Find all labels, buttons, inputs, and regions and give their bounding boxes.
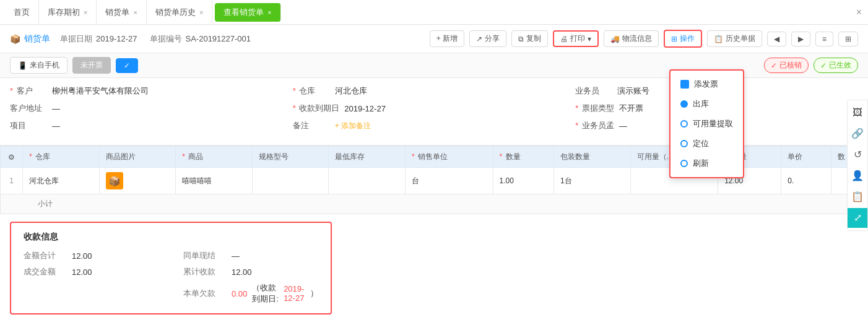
list-view-button[interactable]: ⊞ [838, 32, 858, 46]
locate-label: 定位 [693, 138, 709, 149]
share-button[interactable]: ↗ 分享 [469, 30, 506, 47]
sidebar-icon-image[interactable]: 🖼 [848, 103, 867, 123]
payment-section: 收款信息 金额合计 12.00 同单现结 — 成交金额 12.00 累计收款 1… [10, 222, 332, 315]
tab-home[interactable]: 首页 [5, 0, 39, 25]
row-image: 📦 [99, 168, 176, 194]
prev-button[interactable]: ◀ [767, 32, 786, 46]
payment-total-value: 12.00 [72, 251, 92, 261]
row-product: 嘻嘻嘻嘻 [176, 168, 253, 194]
row-unit: 台 [405, 168, 493, 194]
doc-num-value: SA-20191227-001 [186, 34, 251, 43]
dropdown-locate[interactable]: 定位 [671, 134, 743, 154]
sidebar-icon-expand[interactable]: ⤢ [848, 208, 867, 228]
new-button[interactable]: + 新增 [430, 30, 464, 47]
add-note-button[interactable]: + 添加备注 [335, 121, 371, 131]
doc-date-label: 单据日期 [60, 33, 92, 45]
warehouse-field: * 仓库 河北仓库 [293, 85, 576, 97]
product-image: 📦 [106, 172, 123, 189]
project-label: 项目 [10, 120, 47, 131]
doc-icon: 📦 [10, 34, 20, 44]
sold-status: ✓ 已核销 [764, 58, 809, 73]
sidebar-icon-refresh[interactable]: ↺ [848, 145, 867, 165]
sidebar-icon-link[interactable]: 🔗 [848, 124, 867, 144]
payment-deal-value: 12.00 [72, 267, 92, 277]
print-chevron: ▾ [588, 35, 591, 43]
check-button[interactable]: ✓ [116, 58, 138, 73]
grid-view-button[interactable]: ≡ [815, 32, 833, 46]
operation-icon: ⊞ [671, 35, 677, 43]
check-circle-icon: ✓ [771, 61, 777, 70]
add-invoice-icon [680, 80, 689, 89]
payment-owed-value: 0.00 [232, 289, 247, 298]
payment-total-label: 金额合计 [24, 250, 67, 261]
address-value: — [52, 104, 60, 113]
tab-inventory-close[interactable]: × [84, 9, 87, 16]
tab-view-sales[interactable]: 查看销货单 × [215, 3, 280, 22]
payment-owed-end: ） [310, 288, 318, 299]
due-date-label: * 收款到期日 [293, 103, 340, 114]
share-icon: ↗ [476, 35, 482, 43]
due-date-field: * 收款到期日 2019-12-27 [293, 103, 576, 114]
subtotal-row: 小计 [1, 194, 868, 214]
refresh-icon [680, 160, 688, 167]
window-close-button[interactable]: × [856, 7, 862, 18]
warehouse-value: 河北仓库 [335, 85, 367, 97]
operation-dropdown: 添发票 出库 可用量提取 定位 刷新 [669, 69, 744, 178]
logistics-button[interactable]: 🚚 物流信息 [604, 30, 659, 47]
tab-inventory[interactable]: 库存期初 × [39, 0, 97, 25]
tab-sales-label: 销货单 [105, 7, 129, 18]
dropdown-outbound[interactable]: 出库 [671, 94, 743, 114]
right-sidebar: 🖼 🔗 ↺ 👤 📋 ⤢ [847, 100, 868, 231]
add-invoice-label: 添发票 [694, 79, 718, 90]
col-min-stock: 最低库存 [329, 147, 406, 168]
payment-cumulative-value: 12.00 [232, 267, 252, 277]
dropdown-add-invoice[interactable]: 添发票 [671, 74, 743, 94]
tab-history[interactable]: 销货单历史 × [147, 0, 212, 25]
col-image: 商品图片 [99, 147, 176, 168]
payment-same-order-label: 同单现结 [183, 250, 227, 261]
tab-view-sales-close[interactable]: × [267, 9, 271, 16]
from-mobile-button[interactable]: 📱 来自手机 [10, 57, 67, 74]
address-label: 客户地址 [10, 103, 47, 114]
sidebar-icon-list[interactable]: 📋 [848, 187, 867, 207]
dropdown-refresh[interactable]: 刷新 [671, 154, 743, 173]
dropdown-available[interactable]: 可用量提取 [671, 114, 743, 134]
copy-button[interactable]: ⧉ 复制 [511, 30, 548, 47]
payment-deal-label: 成交金额 [24, 266, 67, 277]
ticket-type-value: 不开票 [619, 103, 643, 114]
row-min-stock [329, 168, 406, 194]
staff2-value: — [619, 121, 627, 131]
next-button[interactable]: ▶ [791, 32, 810, 46]
tab-sales-close[interactable]: × [133, 9, 137, 16]
plus-icon: + [335, 121, 339, 130]
tab-bar: 首页 库存期初 × 销货单 × 销货单历史 × 查看销货单 × × [0, 0, 868, 25]
operation-button[interactable]: ⊞ 操作 [664, 30, 702, 48]
refresh-label: 刷新 [693, 158, 709, 169]
history-button[interactable]: 📋 历史单据 [707, 30, 762, 47]
print-button[interactable]: 🖨 打印 ▾ [553, 30, 599, 47]
tab-sales[interactable]: 销货单 × [97, 0, 146, 25]
payment-owed-row: 本单欠款 0.00 （收款到期日: 2019-12-27 ） [183, 282, 318, 305]
note-placeholder: 添加备注 [341, 121, 371, 131]
active-check-icon: ✓ [820, 61, 827, 70]
payment-owed-suffix: （收款到期日: [252, 282, 279, 305]
row-qty: 1.00 [493, 168, 554, 194]
share-label: 分享 [485, 33, 500, 44]
col-pack-qty: 包装数量 [554, 147, 631, 168]
copy-icon: ⧉ [518, 35, 524, 43]
row-pack-qty: 1台 [554, 168, 631, 194]
due-date-value: 2019-12-27 [344, 104, 386, 113]
available-icon [680, 120, 688, 128]
from-mobile-label: 来自手机 [30, 60, 59, 71]
sidebar-icon-user[interactable]: 👤 [848, 166, 867, 186]
not-open-button[interactable]: 未开票 [72, 57, 111, 74]
sold-label: 已核销 [779, 60, 802, 71]
payment-deal-row: 成交金额 12.00 [24, 266, 158, 277]
project-value: — [52, 121, 60, 131]
payment-cumulative-row: 累计收款 12.00 [183, 266, 318, 277]
subtotal-label: 小计 [1, 194, 868, 214]
tab-history-close[interactable]: × [199, 9, 203, 16]
staff-value: 演示账号 [617, 85, 649, 97]
doc-num-label: 单据编号 [150, 33, 182, 45]
copy-label: 复制 [526, 33, 541, 44]
